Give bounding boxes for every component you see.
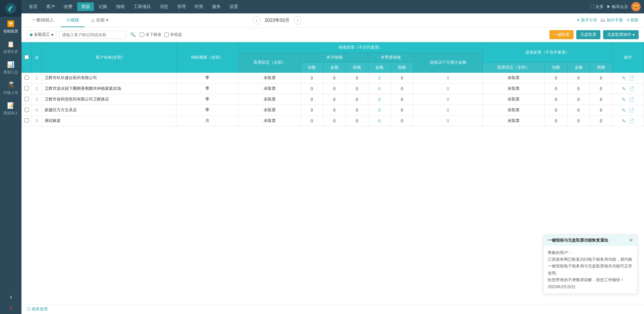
logo[interactable] [0, 0, 21, 17]
cumulative-link[interactable]: 0 [447, 119, 449, 123]
guide-link[interactable]: ✦ 新手引导 [577, 17, 597, 23]
edit-action-icon[interactable]: ✎ [622, 108, 626, 113]
cumulative-cell: 0 [413, 73, 483, 83]
manual-link[interactable]: 📖 操作手册 [600, 17, 623, 23]
row-checkbox-cell[interactable] [22, 94, 32, 105]
notification-close-button[interactable]: ✕ [629, 238, 633, 243]
row-checkbox[interactable] [24, 118, 29, 123]
dropdown-arrow-icon: ▾ [51, 33, 53, 37]
sidebar-item-invoice-summary[interactable]: 📊 票据汇总 [0, 58, 21, 78]
action-cell: ✎ 📄 [612, 94, 644, 105]
cumulative-link[interactable]: 0 [447, 86, 449, 91]
nav-bookkeeping[interactable]: 记账 [95, 2, 111, 11]
tax-policy-link[interactable]: 税务政策 [27, 307, 48, 311]
edit-action-icon[interactable]: ✎ [622, 86, 626, 91]
quarterly-amount-link[interactable]: 0 [378, 86, 381, 91]
prev-month-button[interactable]: ‹ [253, 16, 261, 24]
row-checkbox[interactable] [24, 86, 29, 90]
customer-search-input[interactable] [59, 31, 126, 39]
select-all-checkbox[interactable] [24, 55, 29, 59]
tab-all[interactable]: △ 全能 ▾ [86, 14, 114, 27]
table-row: 2 卫辉市汲水镇下圃阁香阁菌木种植家庭农场 季 未取票 0 0 0 0 0 0 … [22, 83, 644, 94]
nav-tax[interactable]: 报税 [112, 2, 129, 11]
cumulative-link[interactable]: 0 [447, 108, 449, 113]
quarterly-tax-cell: 0 [391, 116, 413, 126]
quarterly-amount-link[interactable]: 0 [378, 119, 381, 123]
nav-settings[interactable]: 设置 [225, 2, 242, 11]
row-checkbox[interactable] [24, 108, 29, 112]
detail-action-icon[interactable]: 📄 [629, 108, 634, 113]
fullscreen-btn[interactable]: ⛶ 全屏 [590, 4, 603, 10]
monthly-purchase-tax-cell: 0 [590, 94, 612, 105]
row-checkbox[interactable] [24, 97, 29, 101]
purchase-fetch-status-cell: 未取票 [483, 73, 545, 83]
quarterly-amount-link[interactable]: 0 [378, 76, 381, 80]
row-checkbox[interactable] [24, 75, 29, 80]
one-click-fetch-button[interactable]: 一键取票 [549, 30, 574, 39]
row-checkbox-cell[interactable] [22, 73, 32, 83]
no-disk-fetch-button[interactable]: 无盘取票 [576, 30, 600, 39]
user-avatar[interactable]: 🐱 [631, 2, 641, 11]
sidebar-download[interactable]: ⬇ [0, 292, 21, 303]
edit-action-icon[interactable]: ✎ [622, 97, 626, 102]
detail-action-icon[interactable]: 📄 [629, 118, 634, 124]
sidebar-item-issue-invoice[interactable]: 📋 发票开具 [0, 37, 21, 58]
quarterly-amount-link[interactable]: 0 [378, 97, 381, 102]
quarterly-amount-cell: 0 [368, 94, 391, 105]
has-tax-disk-checkbox[interactable] [164, 33, 169, 37]
select-all-checkbox-header[interactable] [22, 43, 32, 73]
quarterly-amount-cell: 0 [368, 83, 391, 94]
no-disk-ops-button[interactable]: 无盘取票操作 ▾ [603, 30, 639, 39]
sales-fetch-status-cell: 未取票 [238, 105, 301, 116]
purchase-fetch-status-header[interactable]: 取票状态（全部） [483, 63, 545, 73]
next-month-button[interactable]: › [293, 16, 302, 24]
cumulative-link[interactable]: 0 [447, 97, 449, 102]
sales-fetch-status-header[interactable]: 取票状态（全部） [238, 53, 301, 73]
under-account-checkbox[interactable] [140, 33, 144, 37]
cumulative-cell: 0 [413, 105, 483, 116]
nav-service[interactable]: 服务 [208, 2, 225, 11]
sidebar-help[interactable]: ❓ [0, 303, 21, 314]
detail-action-icon[interactable]: 📄 [629, 75, 634, 81]
tab-small[interactable]: 小规模 [61, 14, 85, 27]
refresh-link[interactable]: ↺ 刷新 [626, 17, 639, 23]
member-btn[interactable]: ▶ 畅享会员 [607, 4, 628, 10]
row-number: 3 [32, 94, 42, 105]
nav-home[interactable]: 首页 [25, 2, 42, 11]
settings-header[interactable]: ⚙ [32, 43, 42, 73]
detail-action-icon[interactable]: 📄 [629, 97, 634, 102]
employee-filter-select[interactable]: 全部员工 ▾ [27, 30, 56, 39]
sidebar-item-invoice-entry[interactable]: 📝 票据录入 [0, 99, 21, 119]
row-checkbox-cell[interactable] [22, 105, 32, 116]
quarterly-amount-cell: 0 [368, 105, 391, 116]
edit-action-icon[interactable]: ✎ [622, 75, 626, 81]
monthly-purchase-count-cell: 0 [545, 116, 567, 126]
has-tax-disk-checkbox-label[interactable]: 有税盘 [164, 32, 182, 38]
nav-customer[interactable]: 客户 [42, 2, 59, 11]
quarterly-tax-cell: 0 [391, 73, 413, 83]
sidebar-item-scan-upload[interactable]: 📠 扫描上传 [0, 78, 21, 99]
edit-action-icon[interactable]: ✎ [622, 118, 626, 124]
tax-period-cell: 季 [176, 73, 238, 83]
cumulative-cell: 0 [413, 94, 483, 105]
chevron-down-icon: ▾ [106, 17, 108, 22]
nav-manage[interactable]: 管理 [173, 2, 190, 11]
table-row: 5 测试账套 月 未取票 0 0 0 0 0 0 未取票 0 0 0 ✎ 📄 [22, 116, 644, 126]
cumulative-link[interactable]: 0 [447, 76, 449, 80]
nav-billing[interactable]: 收费 [60, 2, 76, 11]
under-account-checkbox-label[interactable]: 名下账套 [140, 32, 162, 38]
nav-invoice[interactable]: 票据 [77, 2, 94, 11]
tab-general[interactable]: 一般纳税人 [27, 14, 59, 27]
detail-action-icon[interactable]: 📄 [629, 86, 634, 91]
nav-operation[interactable]: 经营 [191, 2, 207, 11]
monthly-purchase-amount-cell: 0 [567, 94, 590, 105]
notification-title: 一键报税与无盘取票功能恢复通知 [548, 238, 608, 243]
nav-message[interactable]: 消息 [156, 2, 172, 11]
customer-name-header: 客户名称(全部) [42, 43, 176, 73]
nav-bizproject[interactable]: 工商项目 [129, 2, 155, 11]
search-button[interactable]: 🔍 [129, 31, 137, 39]
row-checkbox-cell[interactable] [22, 116, 32, 126]
row-checkbox-cell[interactable] [22, 83, 32, 94]
quarterly-amount-link[interactable]: 0 [378, 108, 381, 113]
sidebar-item-smart-fetch[interactable]: 🔽 智能取票 [0, 17, 21, 37]
